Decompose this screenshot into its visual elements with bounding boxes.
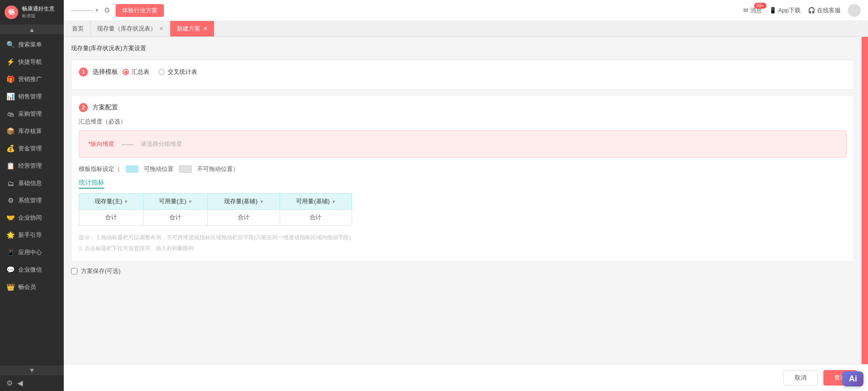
col-header-2[interactable]: 可用量(主) ▾ xyxy=(143,194,208,210)
fixed-indicator-box xyxy=(179,165,192,173)
gear-icon[interactable]: ⚙ xyxy=(104,6,110,15)
header-dropdown-icon[interactable]: ▾ xyxy=(96,7,98,13)
tip-title-label: 提示： xyxy=(79,234,95,241)
sidebar-scroll-up[interactable]: ▲ xyxy=(0,25,64,34)
sidebar-label-wechat: 企业微信 xyxy=(18,266,42,274)
content-area: 现存量(库存状况表)方案设置 1 选择模板 汇总表 交叉统计表 xyxy=(64,37,862,364)
sidebar-item-membership[interactable]: 👑 畅会员 xyxy=(0,278,64,296)
cooperation-icon: 🤝 xyxy=(6,214,15,222)
col4-chevron[interactable]: ▾ xyxy=(332,199,335,205)
cell-1-2: 合计 xyxy=(143,210,208,226)
col3-label: 现存量(基辅) xyxy=(224,197,258,206)
sidebar-item-wechat[interactable]: 💬 企业微信 xyxy=(0,261,64,278)
settings-icon[interactable]: ⚙ xyxy=(6,379,13,387)
step2-card: 2 方案配置 汇总维度（必选） *纵向维度 —— 请选择分组维度 模板指标设定（… xyxy=(71,95,854,262)
col1-chevron[interactable]: ▾ xyxy=(125,199,128,205)
sidebar-item-inventory[interactable]: 📦 库存核算 xyxy=(0,123,64,140)
tab-new-close[interactable]: ✕ xyxy=(203,26,208,32)
tab-inventory-close[interactable]: ✕ xyxy=(159,26,163,32)
tab-new-plan[interactable]: 新建方案 ✕ xyxy=(170,21,214,36)
sidebar-label-new-guide: 新手引导 xyxy=(18,231,42,239)
top-header: ———— ▾ ⚙ 体验行业方案 ✉ 消息 99+ 📱 App下载 🎧 在线客服 xyxy=(64,0,868,21)
col4-label: 可用量(基辅) xyxy=(296,197,330,206)
radio-summary[interactable]: 汇总表 xyxy=(123,68,149,76)
sidebar-scroll-down[interactable]: ▼ xyxy=(0,365,64,375)
tab-bar: 首页 现存量（库存状况表） ✕ 新建方案 ✕ xyxy=(64,21,868,37)
col1-label: 现存量(主) xyxy=(95,197,123,206)
sidebar-label-search: 搜索菜单 xyxy=(18,41,42,49)
vertical-dim-area[interactable]: *纵向维度 —— 请选择分组维度 xyxy=(79,130,847,158)
col-header-4[interactable]: 可用量(基辅) ▾ xyxy=(280,194,352,210)
radio-crosstab[interactable]: 交叉统计表 xyxy=(158,68,197,76)
tip2-row: 2. 点击标题栏下拉可设置排序、插入列和删除列 xyxy=(79,243,847,254)
trial-button[interactable]: 体验行业方案 xyxy=(116,4,164,17)
cancel-button[interactable]: 取消 xyxy=(783,370,818,386)
radio-crosstab-label: 交叉统计表 xyxy=(168,68,197,76)
sidebar-item-finance[interactable]: 💰 资金管理 xyxy=(0,140,64,157)
sidebar-label-operations: 经营管理 xyxy=(18,162,42,170)
page-title: 现存量(库存状况表)方案设置 xyxy=(71,44,854,52)
tab-inventory-status[interactable]: 现存量（库存状况表） ✕ xyxy=(91,21,170,36)
app-center-icon: 📱 xyxy=(6,248,15,257)
search-icon: 🔍 xyxy=(6,41,15,49)
collapse-icon[interactable]: ◀ xyxy=(17,379,23,387)
tips-title: 提示： 1.拖动标题栏可以调整布局，不可跨维度或指标区域拖动栏目字段(只能在同一… xyxy=(79,232,847,243)
col-header-3[interactable]: 现存量(基辅) ▾ xyxy=(208,194,280,210)
dim-placeholder[interactable]: 请选择分组维度 xyxy=(141,140,182,148)
sidebar-item-operations[interactable]: 📋 经营管理 xyxy=(0,157,64,175)
sidebar-bottom: ⚙ ◀ xyxy=(0,375,64,391)
header-right: ✉ 消息 99+ 📱 App下载 🎧 在线客服 xyxy=(743,4,861,17)
message-button[interactable]: ✉ 消息 99+ xyxy=(743,6,762,15)
cell-1-4: 合计 xyxy=(280,210,352,226)
message-icon: ✉ xyxy=(743,7,748,14)
sidebar-item-app-center[interactable]: 📱 应用中心 xyxy=(0,244,64,261)
sidebar-item-cooperation[interactable]: 🤝 企业协同 xyxy=(0,209,64,226)
app-download-button[interactable]: 📱 App下载 xyxy=(769,6,801,15)
sidebar-label-base-info: 基础信息 xyxy=(18,179,42,187)
col2-chevron[interactable]: ▾ xyxy=(189,199,192,205)
sidebar-label-quick-nav: 快捷导航 xyxy=(18,58,42,66)
tab-home[interactable]: 首页 xyxy=(66,21,91,36)
fixed-label: 不可拖动位置） xyxy=(197,165,239,173)
tab-inventory-label: 现存量（库存状况表） xyxy=(97,25,156,33)
save-checkbox[interactable] xyxy=(71,268,77,274)
sidebar-item-new-guide[interactable]: 🌟 新手引导 xyxy=(0,226,64,244)
right-edge-bar[interactable] xyxy=(862,37,868,364)
tab-home-label: 首页 xyxy=(72,25,84,33)
step1-card: 1 选择模板 汇总表 交叉统计表 xyxy=(71,60,854,90)
finance-icon: 💰 xyxy=(6,144,15,153)
table-row-1: 合计 合计 合计 合计 xyxy=(79,210,352,226)
dim-dash: —— xyxy=(122,141,133,148)
col-header-1[interactable]: 现存量(主) ▾ xyxy=(79,194,143,210)
headset-icon: 🎧 xyxy=(808,7,815,14)
app-download-label: App下载 xyxy=(778,6,801,15)
sidebar-logo: 畅 畅康通好生意 标准版 xyxy=(0,0,64,25)
ai-badge[interactable]: Ai xyxy=(842,371,863,386)
sidebar-item-purchase[interactable]: 🛍 采购管理 xyxy=(0,105,64,123)
bottom-bar: 取消 查询 xyxy=(64,364,868,391)
inventory-icon: 📦 xyxy=(6,127,15,135)
tip2-text: 2. 点击标题栏下拉可设置排序、插入列和删除列 xyxy=(79,245,194,252)
user-avatar[interactable] xyxy=(848,4,861,17)
step2-label: 方案配置 xyxy=(92,103,118,112)
stat-section-label: 统计指标 xyxy=(79,179,104,189)
sidebar-item-sales[interactable]: 📊 销售管理 xyxy=(0,88,64,105)
sidebar-item-quick-nav[interactable]: ⚡ 快捷导航 xyxy=(0,53,64,71)
statistics-table: 现存量(主) ▾ 可用量(主) ▾ xyxy=(79,193,352,226)
app-logo-icon: 畅 xyxy=(5,5,18,19)
radio-summary-label: 汇总表 xyxy=(132,68,149,76)
header-text: ———— xyxy=(71,7,93,14)
quick-nav-icon: ⚡ xyxy=(6,58,15,66)
template-radio-group: 汇总表 交叉统计表 xyxy=(123,68,197,76)
online-support-button[interactable]: 🎧 在线客服 xyxy=(808,6,841,15)
operations-icon: 📋 xyxy=(6,162,15,170)
sidebar-item-base-info[interactable]: 🗂 基础信息 xyxy=(0,175,64,192)
sidebar-item-system[interactable]: ⚙ 系统管理 xyxy=(0,192,64,209)
radio-crosstab-circle xyxy=(158,69,165,75)
step1-num: 1 xyxy=(79,67,88,77)
sidebar-item-search[interactable]: 🔍 搜索菜单 xyxy=(0,36,64,53)
col3-chevron[interactable]: ▾ xyxy=(260,199,263,205)
tip1-text: 1.拖动标题栏可以调整布局，不可跨维度或指标区域拖动栏目字段(只能在同一维度或指… xyxy=(97,234,351,241)
sidebar-item-marketing[interactable]: 🎁 营销推广 xyxy=(0,71,64,88)
sidebar-label-purchase: 采购管理 xyxy=(18,110,42,118)
